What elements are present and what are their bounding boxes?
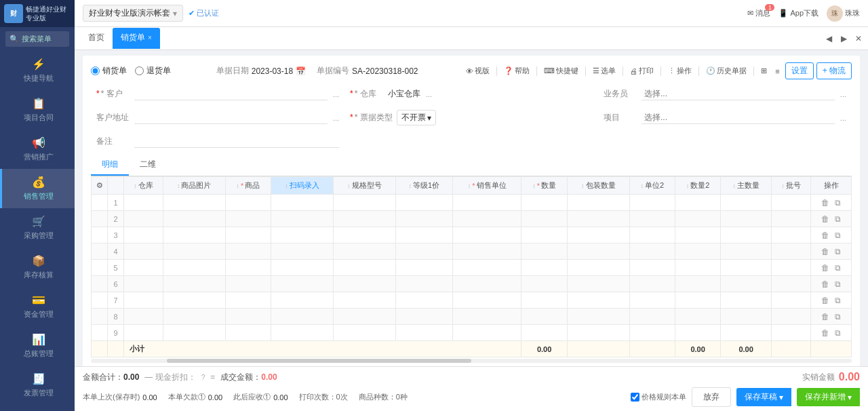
row-spec-cell[interactable] <box>333 195 395 211</box>
row-unit-cell[interactable] <box>452 243 521 260</box>
row-warehouse-cell[interactable] <box>124 211 163 227</box>
row-main-qty-cell[interactable] <box>721 276 772 292</box>
company-selector[interactable]: 好业财专业版演示帐套 ▾ <box>83 5 183 22</box>
row-warehouse-cell[interactable] <box>124 309 163 325</box>
row-barcode-cell[interactable] <box>271 227 334 243</box>
row-product-cell[interactable] <box>225 309 271 325</box>
row-batch-cell[interactable] <box>772 211 811 227</box>
row-spec-cell[interactable] <box>333 227 395 243</box>
row-pack-qty-cell[interactable] <box>567 309 629 325</box>
preview-button[interactable]: 👁 视版 <box>463 64 492 77</box>
row-batch-cell[interactable] <box>772 292 811 309</box>
row-copy-icon[interactable]: ⧉ <box>833 247 842 256</box>
row-warehouse-cell[interactable] <box>124 260 163 276</box>
select-button[interactable]: ☰ 选单 <box>590 64 618 77</box>
row-batch-cell[interactable] <box>772 260 811 276</box>
row-batch-cell[interactable] <box>772 243 811 260</box>
row-main-qty-cell[interactable] <box>721 227 772 243</box>
save-new-button[interactable]: 保存并新增 ▾ <box>797 388 860 406</box>
row-delete-icon[interactable]: 🗑 <box>820 247 831 256</box>
row-product-cell[interactable] <box>225 260 271 276</box>
view-toggle-grid[interactable]: ⊞ <box>758 65 770 77</box>
row-price1-cell[interactable] <box>395 260 452 276</box>
horizontal-scrollbar[interactable] <box>91 359 852 363</box>
row-delete-icon[interactable]: 🗑 <box>820 198 831 208</box>
row-product-cell[interactable] <box>225 325 271 341</box>
view-toggle-list[interactable]: ≡ <box>772 66 782 77</box>
sidebar-item-general[interactable]: 📊总账管理 <box>0 326 75 366</box>
radio-sales-input[interactable] <box>91 66 100 75</box>
shortcut-button[interactable]: ⌨ 快捷键 <box>541 64 581 77</box>
salesperson-dots[interactable]: ... <box>840 90 846 98</box>
row-delete-icon[interactable]: 🗑 <box>820 296 831 305</box>
tab-close-button[interactable]: × <box>148 34 152 41</box>
row-warehouse-cell[interactable] <box>124 276 163 292</box>
row-pack-qty-cell[interactable] <box>567 276 629 292</box>
row-qty-cell[interactable] <box>521 227 568 243</box>
row-price1-cell[interactable] <box>395 276 452 292</box>
row-main-qty-cell[interactable] <box>721 292 772 309</box>
row-barcode-cell[interactable] <box>271 309 334 325</box>
row-qty-cell[interactable] <box>521 211 568 227</box>
radio-return-input[interactable] <box>135 66 144 75</box>
row-main-qty-cell[interactable] <box>721 325 772 341</box>
tab-mingxi[interactable]: 明细 <box>91 155 129 176</box>
row-qty-cell[interactable] <box>521 276 568 292</box>
row-product-cell[interactable] <box>225 292 271 309</box>
sidebar-item-sales[interactable]: 💰销售管理 <box>0 169 75 208</box>
price-rule-checkbox[interactable]: 价格规则本单 <box>631 392 686 402</box>
row-product-cell[interactable] <box>225 243 271 260</box>
row-spec-cell[interactable] <box>333 260 395 276</box>
row-qty2-cell[interactable] <box>675 227 720 243</box>
row-barcode-cell[interactable] <box>271 260 334 276</box>
row-warehouse-cell[interactable] <box>124 325 163 341</box>
row-copy-icon[interactable]: ⧉ <box>833 214 842 224</box>
row-unit-cell[interactable] <box>452 260 521 276</box>
row-product-cell[interactable] <box>225 276 271 292</box>
row-copy-icon[interactable]: ⧉ <box>833 328 842 338</box>
row-copy-icon[interactable]: ⧉ <box>833 198 842 208</box>
row-spec-cell[interactable] <box>333 292 395 309</box>
row-spec-cell[interactable] <box>333 211 395 227</box>
row-product-cell[interactable] <box>225 195 271 211</box>
abandon-button[interactable]: 放弃 <box>692 387 731 407</box>
row-batch-cell[interactable] <box>772 276 811 292</box>
row-barcode-cell[interactable] <box>271 195 334 211</box>
col-settings[interactable]: ⚙ <box>92 177 108 195</box>
row-copy-icon[interactable]: ⧉ <box>833 263 842 273</box>
user-avatar[interactable]: 珠 珠珠 <box>827 5 860 22</box>
radio-sales-label[interactable]: 销货单 <box>91 65 127 77</box>
row-pack-qty-cell[interactable] <box>567 227 629 243</box>
message-button[interactable]: ✉ 消息 1 <box>747 8 770 18</box>
row-price1-cell[interactable] <box>395 325 452 341</box>
row-unit-cell[interactable] <box>452 195 521 211</box>
row-spec-cell[interactable] <box>333 309 395 325</box>
row-price1-cell[interactable] <box>395 227 452 243</box>
row-spec-cell[interactable] <box>333 325 395 341</box>
row-delete-icon[interactable]: 🗑 <box>820 312 831 321</box>
tab-erwei[interactable]: 二维 <box>129 155 167 176</box>
row-pack-qty-cell[interactable] <box>567 292 629 309</box>
tab-nav-left[interactable]: ◀ <box>822 32 835 45</box>
row-price1-cell[interactable] <box>395 309 452 325</box>
row-warehouse-cell[interactable] <box>124 227 163 243</box>
row-batch-cell[interactable] <box>772 195 811 211</box>
invoice-select[interactable]: 不开票 ▾ <box>397 110 436 125</box>
row-spec-cell[interactable] <box>333 243 395 260</box>
address-input[interactable] <box>134 111 328 124</box>
sidebar-item-funds[interactable]: 💳资金管理 <box>0 287 75 326</box>
row-unit-cell[interactable] <box>452 292 521 309</box>
tab-nav-close[interactable]: ✕ <box>852 32 865 45</box>
price-rule-input[interactable] <box>631 393 639 402</box>
salesperson-input[interactable] <box>642 87 835 100</box>
sidebar-item-invoice[interactable]: 🧾发票管理 <box>0 366 75 405</box>
note-input[interactable] <box>134 135 339 148</box>
save-draft-button[interactable]: 保存草稿 ▾ <box>736 388 791 406</box>
tab-nav-right[interactable]: ▶ <box>837 32 850 45</box>
tab-home[interactable]: 首页 <box>80 28 113 49</box>
ops-button[interactable]: ⋮ 操作 <box>665 64 694 77</box>
row-copy-icon[interactable]: ⧉ <box>833 231 842 240</box>
row-barcode-cell[interactable] <box>271 276 334 292</box>
calendar-icon[interactable]: 📅 <box>296 66 306 76</box>
sidebar-item-tax[interactable]: 📝税务管理 <box>0 405 75 411</box>
